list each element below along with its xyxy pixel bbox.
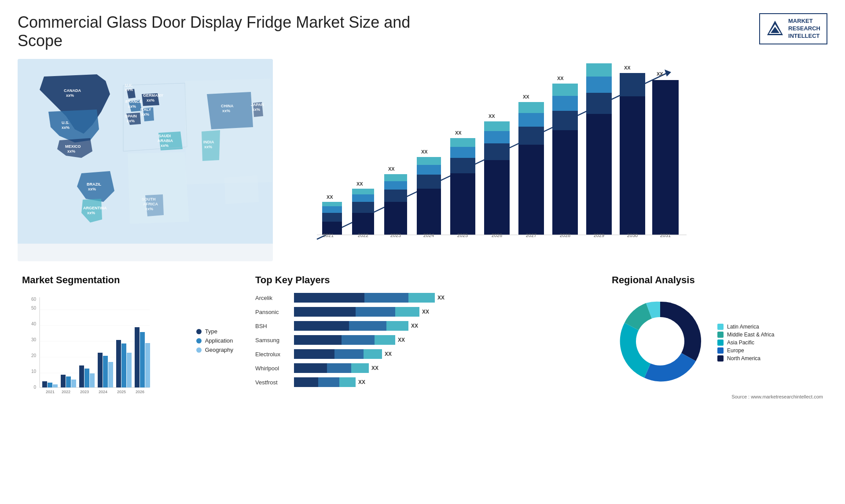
svg-text:2023: 2023: [80, 390, 89, 394]
svg-rect-104: [145, 343, 150, 387]
svg-rect-38: [484, 131, 510, 143]
svg-rect-48: [552, 130, 578, 235]
svg-rect-31: [450, 158, 475, 173]
logo-text: MARKET RESEARCH INTELLECT: [788, 18, 820, 40]
players-title: Top Key Players: [255, 274, 590, 286]
player-name-whirlpool: Whirlpool: [255, 365, 290, 372]
svg-text:2024: 2024: [99, 390, 107, 394]
application-label: Application: [205, 337, 233, 344]
map-svg: CANADA xx% U.S. xx% MEXICO xx% BRAZIL xx…: [18, 59, 273, 244]
svg-rect-18: [384, 202, 407, 235]
legend-geography: Geography: [196, 347, 233, 353]
type-dot: [196, 329, 202, 334]
svg-text:XX: XX: [657, 71, 663, 77]
brazil-value: xx%: [88, 187, 96, 191]
svg-text:2031: 2031: [660, 233, 671, 238]
svg-text:XX: XX: [327, 194, 333, 200]
argentina-value: xx%: [87, 211, 95, 215]
player-val-bsh: XX: [411, 323, 418, 329]
player-name-electrolux: Electrolux: [255, 351, 290, 358]
svg-rect-99: [121, 343, 126, 387]
svg-rect-82: [42, 381, 47, 387]
svg-rect-86: [61, 375, 66, 387]
svg-text:50: 50: [31, 306, 37, 310]
canada-label: CANADA: [64, 88, 81, 93]
svg-text:2030: 2030: [627, 233, 638, 238]
asia-pacific-color: [717, 340, 724, 346]
svg-text:2021: 2021: [46, 390, 55, 394]
svg-rect-13: [352, 202, 374, 213]
svg-rect-30: [450, 173, 475, 235]
player-pansonic: Pansonic XX: [255, 307, 590, 317]
player-val-vestfrost: XX: [358, 379, 365, 385]
legend-type: Type: [196, 328, 233, 335]
svg-text:2026: 2026: [136, 390, 144, 394]
svg-rect-95: [103, 356, 108, 387]
svg-rect-45: [518, 102, 544, 113]
svg-rect-25: [417, 175, 441, 189]
donut-chart: [612, 293, 709, 390]
regional-title: Regional Analysis: [612, 274, 823, 286]
player-bar-bsh: XX: [294, 321, 590, 331]
logo: MARKET RESEARCH INTELLECT: [759, 13, 827, 44]
uk-value: xx%: [125, 88, 133, 92]
svg-rect-9: [322, 202, 342, 206]
geography-label: Geography: [205, 347, 233, 353]
svg-rect-8: [322, 206, 342, 213]
svg-rect-37: [484, 143, 510, 160]
svg-rect-87: [66, 376, 71, 387]
svg-rect-57: [586, 63, 612, 77]
svg-rect-33: [450, 138, 475, 147]
svg-rect-49: [552, 111, 578, 130]
svg-rect-15: [352, 189, 374, 194]
player-val-arcelik: XX: [437, 295, 445, 301]
map-section: CANADA xx% U.S. xx% MEXICO xx% BRAZIL xx…: [18, 59, 273, 261]
page-title: Commercial Glass Door Display Fridge Mar…: [18, 13, 414, 50]
player-val-whirlpool: XX: [371, 365, 378, 371]
svg-rect-27: [417, 157, 441, 165]
svg-rect-92: [90, 373, 95, 387]
svg-rect-55: [586, 93, 612, 114]
player-samsung: Samsung XX: [255, 335, 590, 345]
svg-rect-44: [518, 113, 544, 127]
us-value: xx%: [62, 125, 70, 130]
svg-rect-102: [135, 327, 140, 387]
middle-east-color: [717, 332, 724, 338]
svg-rect-50: [552, 96, 578, 111]
svg-rect-43: [518, 127, 544, 145]
svg-rect-12: [352, 213, 374, 235]
svg-text:10: 10: [31, 369, 37, 374]
svg-rect-98: [116, 340, 121, 387]
svg-rect-100: [127, 353, 132, 387]
player-arcelik: Arcelik XX: [255, 293, 590, 303]
type-label: Type: [205, 328, 217, 335]
svg-rect-88: [71, 380, 76, 387]
svg-rect-21: [384, 174, 407, 181]
europe-label: Europe: [727, 347, 744, 354]
svg-marker-5: [665, 69, 671, 77]
spain-value: xx%: [127, 119, 135, 123]
player-name-bsh: BSH: [255, 323, 290, 329]
svg-text:XX: XX: [557, 76, 564, 81]
svg-rect-91: [84, 369, 89, 387]
svg-rect-103: [140, 332, 145, 387]
svg-rect-42: [518, 145, 544, 235]
svg-rect-19: [384, 190, 407, 202]
svg-text:2021: 2021: [323, 233, 334, 238]
players-section: Top Key Players Arcelik XX: [251, 270, 594, 413]
svg-rect-84: [53, 384, 58, 387]
svg-text:2022: 2022: [62, 390, 70, 394]
legend-application: Application: [196, 337, 233, 344]
svg-text:0: 0: [33, 385, 36, 390]
spain-label: SPAIN: [125, 114, 137, 118]
svg-rect-64: [652, 80, 679, 235]
player-name-samsung: Samsung: [255, 337, 290, 343]
svg-text:2025: 2025: [457, 233, 468, 238]
italy-value: xx%: [141, 112, 149, 117]
regional-legend: Latin America Middle East & Africa Asia …: [717, 324, 774, 362]
trend-chart-svg: XX 2021 XX 2022 XX 2023 XX 2024: [290, 63, 687, 257]
latin-america-color: [717, 324, 724, 330]
application-dot: [196, 338, 202, 343]
svg-text:2026: 2026: [492, 233, 502, 238]
europe-color: [717, 347, 724, 354]
